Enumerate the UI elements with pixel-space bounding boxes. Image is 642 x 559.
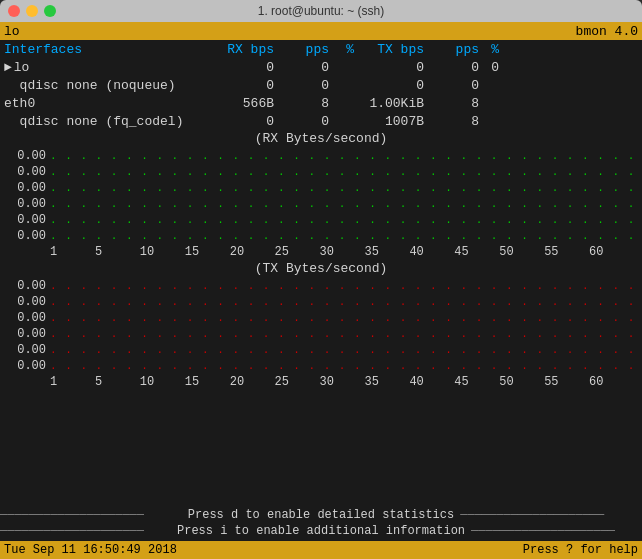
tx-chart-area: 0.00 . . . . . . . . . . . . . . . . . .… [8,278,634,374]
charts-area: (RX Bytes/second) 0.00 . . . . . . . . .… [0,130,642,505]
chart-row: 0.00 . . . . . . . . . . . . . . . . . .… [8,196,634,212]
chart-label: 0.00 [8,295,46,309]
chart-dots: . . . . . . . . . . . . . . . . . . . . … [50,214,642,226]
chart-dots: . . . . . . . . . . . . . . . . . . . . … [50,182,642,194]
chart-row: 0.00 . . . . . . . . . . . . . . . . . .… [8,164,634,180]
axis-label: 35 [364,245,409,259]
chart-line: . . . . . . . . . . . . . . . . . . . . … [50,204,642,205]
header-iface: Interfaces [4,42,204,57]
chart-row: 0.00 . . . . . . . . . . . . . . . . . .… [8,358,634,374]
axis-label: 20 [230,245,275,259]
status-text-1: Press d to enable detailed statistics [188,508,454,522]
header-tx-bps: TX bps [354,42,424,57]
rx-chart-axis: 1 5 10 15 20 25 30 35 40 45 50 55 60 [50,244,634,260]
axis-label: 30 [320,375,365,389]
chart-line: . . . . . . . . . . . . . . . . . . . . … [50,220,642,221]
header-rx-pct: % [329,42,354,57]
rx-chart: (RX Bytes/second) 0.00 . . . . . . . . .… [8,130,634,260]
chart-label: 0.00 [8,359,46,373]
axis-label: 5 [95,375,140,389]
axis-label: 30 [320,245,365,259]
table-header: Interfaces RX bps pps % TX bps pps % [0,40,642,58]
rx-pps: 8 [274,96,329,111]
axis-label: 10 [140,245,185,259]
chart-row: 0.00 . . . . . . . . . . . . . . . . . .… [8,228,634,244]
header-tx-pct: % [479,42,499,57]
chart-dots: . . . . . . . . . . . . . . . . . . . . … [50,360,642,372]
close-button[interactable] [8,5,20,17]
table-row[interactable]: qdisc none (noqueue) 0 0 0 0 [0,76,642,94]
iface-name: qdisc none (noqueue) [4,78,204,93]
tx-pps: 8 [424,114,479,129]
axis-label: 60 [589,375,634,389]
axis-label: 25 [275,245,320,259]
rx-bps: 0 [204,60,274,75]
title-bar: 1. root@ubuntu: ~ (ssh) [0,0,642,22]
status-dash-right: ──────────────────── [460,508,642,522]
minimize-button[interactable] [26,5,38,17]
rx-pps: 0 [274,78,329,93]
tx-bps: 0 [354,60,424,75]
table-row[interactable]: eth0 566B 8 1.00KiB 8 [0,94,642,112]
maximize-button[interactable] [44,5,56,17]
status-dash-left: ──────────────────── [0,508,182,522]
axis-label: 20 [230,375,275,389]
tx-pct: 0 [479,60,499,75]
axis-label: 5 [95,245,140,259]
bmon-version: bmon 4.0 [576,24,638,39]
tx-bps: 0 [354,78,424,93]
chart-line: . . . . . . . . . . . . . . . . . . . . … [50,236,642,237]
tx-chart-title: (TX Bytes/second) [8,260,634,278]
rx-pps: 0 [274,60,329,75]
table-row[interactable]: qdisc none (fq_codel) 0 0 1007B 8 [0,112,642,130]
chart-label: 0.00 [8,213,46,227]
chart-dots: . . . . . . . . . . . . . . . . . . . . … [50,166,642,178]
chart-line: . . . . . . . . . . . . . . . . . . . . … [50,156,642,157]
chart-row: 0.00 . . . . . . . . . . . . . . . . . .… [8,148,634,164]
axis-label: 55 [544,375,589,389]
terminal: lo bmon 4.0 Interfaces RX bps pps % TX b… [0,22,642,559]
chart-dots: . . . . . . . . . . . . . . . . . . . . … [50,150,642,162]
chart-line: . . . . . . . . . . . . . . . . . . . . … [50,172,642,173]
bottom-bar: Tue Sep 11 16:50:49 2018 Press ? for hel… [0,541,642,559]
chart-label: 0.00 [8,181,46,195]
chart-line: . . . . . . . . . . . . . . . . . . . . … [50,350,642,351]
chart-dots: . . . . . . . . . . . . . . . . . . . . … [50,328,642,340]
chart-dots: . . . . . . . . . . . . . . . . . . . . … [50,230,642,242]
rx-bps: 0 [204,114,274,129]
header-rx-bps: RX bps [204,42,274,57]
table-row[interactable]: lo 0 0 0 0 0 [0,58,642,76]
tx-chart-axis: 1 5 10 15 20 25 30 35 40 45 50 55 60 [50,374,634,390]
axis-label: 40 [409,375,454,389]
chart-line: . . . . . . . . . . . . . . . . . . . . … [50,318,642,319]
status-bar: ──────────────────── Press d to enable d… [0,505,642,541]
chart-label: 0.00 [8,279,46,293]
iface-name: lo [4,60,204,75]
iface-name: eth0 [4,96,204,111]
window-controls [8,5,56,17]
chart-label: 0.00 [8,229,46,243]
chart-row: 0.00 . . . . . . . . . . . . . . . . . .… [8,294,634,310]
status-line-2: ──────────────────── Press i to enable a… [0,523,642,539]
chart-dots: . . . . . . . . . . . . . . . . . . . . … [50,280,642,292]
tx-pps: 0 [424,78,479,93]
chart-label: 0.00 [8,165,46,179]
axis-label: 45 [454,245,499,259]
chart-line: . . . . . . . . . . . . . . . . . . . . … [50,334,642,335]
chart-row: 0.00 . . . . . . . . . . . . . . . . . .… [8,310,634,326]
status-dash-left: ──────────────────── [0,524,171,538]
axis-label: 15 [185,245,230,259]
axis-label: 50 [499,245,544,259]
chart-row: 0.00 . . . . . . . . . . . . . . . . . .… [8,180,634,196]
tx-bps: 1007B [354,114,424,129]
tx-chart: (TX Bytes/second) 0.00 . . . . . . . . .… [8,260,634,390]
axis-label: 15 [185,375,230,389]
chart-row: 0.00 . . . . . . . . . . . . . . . . . .… [8,342,634,358]
chart-label: 0.00 [8,149,46,163]
chart-row: 0.00 . . . . . . . . . . . . . . . . . .… [8,278,634,294]
chart-row: 0.00 . . . . . . . . . . . . . . . . . .… [8,212,634,228]
tx-pps: 8 [424,96,479,111]
chart-dots: . . . . . . . . . . . . . . . . . . . . … [50,296,642,308]
chart-dots: . . . . . . . . . . . . . . . . . . . . … [50,344,642,356]
rx-pps: 0 [274,114,329,129]
